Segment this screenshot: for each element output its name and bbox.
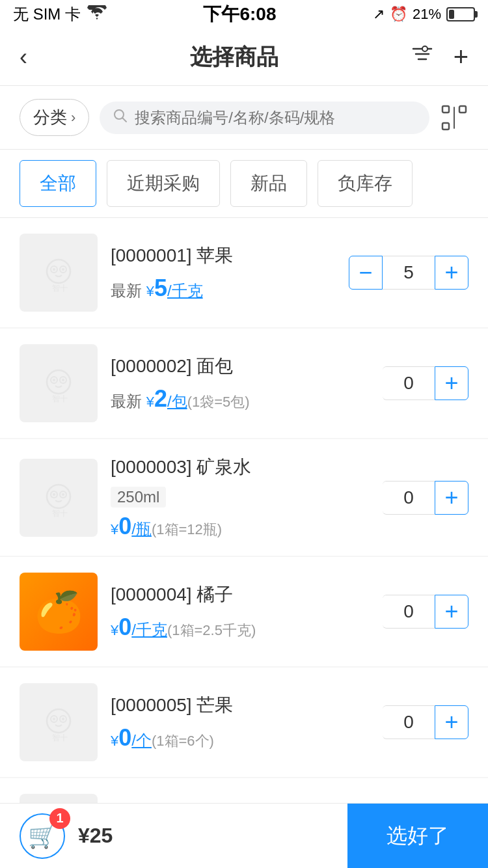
svg-rect-8	[442, 123, 449, 129]
owl-icon: 智十	[39, 478, 78, 517]
wifi-icon	[87, 5, 107, 23]
tab-negative-stock[interactable]: 负库存	[318, 160, 413, 207]
battery-icon	[446, 7, 475, 21]
quantity-input[interactable]	[383, 256, 435, 290]
increment-button[interactable]: +	[435, 256, 468, 290]
status-time: 下午6:08	[203, 2, 276, 27]
product-price: ¥0/个(1箱=6个)	[111, 724, 370, 752]
battery-percent: 21%	[413, 6, 441, 23]
product-name: [0000003] 矿泉水	[111, 455, 370, 480]
product-name: [0000005] 芒果	[111, 693, 370, 718]
scan-icon[interactable]	[440, 103, 468, 132]
bottom-bar: 🛒 1 ¥25 选好了	[0, 803, 488, 868]
product-info: [0000002] 面包 最新 ¥2/包(1袋=5包)	[111, 354, 370, 413]
list-item: 智十 [0000003] 矿泉水 250ml ¥0/瓶(1箱=12瓶) +	[0, 439, 488, 556]
svg-point-28	[47, 709, 70, 733]
nav-actions: +	[411, 42, 468, 72]
increment-button[interactable]: +	[435, 366, 468, 400]
svg-line-5	[123, 118, 127, 122]
product-info: [0000003] 矿泉水 250ml ¥0/瓶(1箱=12瓶)	[111, 455, 370, 540]
quantity-control: +	[383, 595, 468, 629]
cart-badge: 1	[49, 808, 70, 829]
alarm-icon: ⏰	[390, 6, 407, 23]
search-icon	[113, 108, 128, 128]
svg-text:智十: 智十	[52, 284, 68, 292]
product-image: 智十	[20, 234, 98, 312]
tab-recent[interactable]: 近期采购	[107, 160, 220, 207]
product-info: [0000004] 橘子 ¥0/千克(1箱=2.5千克)	[111, 582, 370, 641]
status-right: ↗ ⏰ 21%	[373, 6, 475, 23]
carrier-text: 无 SIM 卡	[13, 4, 81, 25]
status-bar: 无 SIM 卡 下午6:08 ↗ ⏰ 21%	[0, 0, 488, 29]
product-info: [0000005] 芒果 ¥0/个(1箱=6个)	[111, 693, 370, 752]
cart-icon-wrap[interactable]: 🛒 1	[20, 813, 65, 859]
filter-icon[interactable]	[411, 42, 434, 72]
product-info: [0000001] 苹果 最新 ¥5/千克	[111, 243, 336, 302]
quantity-input[interactable]	[383, 481, 435, 515]
product-spec: 250ml	[111, 487, 166, 508]
quantity-input[interactable]	[383, 595, 435, 629]
cart-section: 🛒 1 ¥25	[0, 813, 347, 859]
quantity-input[interactable]	[383, 705, 435, 739]
svg-point-3	[422, 46, 427, 51]
owl-icon: 智十	[39, 703, 78, 742]
product-name: [0000001] 苹果	[111, 243, 336, 268]
product-price: 最新 ¥2/包(1袋=5包)	[111, 385, 370, 413]
location-icon: ↗	[373, 6, 385, 23]
search-input-wrap	[100, 102, 429, 134]
svg-point-22	[47, 485, 70, 508]
product-price: ¥0/千克(1箱=2.5千克)	[111, 614, 370, 641]
category-button[interactable]: 分类 ›	[20, 99, 89, 136]
product-name: [0000002] 面包	[111, 354, 370, 379]
increment-button[interactable]: +	[435, 481, 468, 515]
tab-all[interactable]: 全部	[20, 160, 96, 207]
svg-point-19	[53, 379, 55, 381]
svg-rect-7	[459, 106, 466, 113]
product-image: 智十	[20, 683, 98, 761]
list-item: 🍊 [0000004] 橘子 ¥0/千克(1箱=2.5千克) +	[0, 557, 488, 666]
decrement-button[interactable]: −	[349, 256, 383, 290]
product-list: 智十 [0000001] 苹果 最新 ¥5/千克 − +	[0, 218, 488, 868]
increment-button[interactable]: +	[435, 705, 468, 739]
svg-text:智十: 智十	[52, 733, 68, 742]
owl-icon: 智十	[39, 364, 78, 403]
product-image: 🍊	[20, 573, 98, 651]
product-image: 智十	[20, 344, 98, 422]
svg-point-13	[53, 268, 55, 271]
search-input[interactable]	[135, 109, 416, 127]
add-icon[interactable]: +	[454, 42, 468, 72]
product-name: [0000004] 橘子	[111, 582, 370, 607]
quantity-control: − +	[349, 256, 468, 290]
chevron-icon: ›	[71, 109, 75, 126]
list-item: 智十 [0000002] 面包 最新 ¥2/包(1袋=5包) +	[0, 329, 488, 438]
quantity-control: +	[383, 705, 468, 739]
svg-point-31	[53, 718, 55, 720]
increment-button[interactable]: +	[435, 595, 468, 629]
cart-total: ¥25	[78, 824, 113, 848]
page-title: 选择商品	[190, 42, 278, 72]
nav-bar: ‹ 选择商品 +	[0, 29, 488, 86]
search-bar: 分类 ›	[0, 86, 488, 150]
svg-text:智十: 智十	[52, 509, 68, 517]
product-image: 智十	[20, 459, 98, 537]
svg-point-16	[47, 370, 70, 394]
status-left: 无 SIM 卡	[13, 4, 107, 25]
confirm-button[interactable]: 选好了	[347, 804, 488, 868]
owl-icon: 智十	[39, 253, 78, 292]
list-item: 智十 [0000001] 苹果 最新 ¥5/千克 − +	[0, 218, 488, 327]
product-price: ¥0/瓶(1箱=12瓶)	[111, 513, 370, 540]
svg-rect-6	[442, 106, 449, 113]
svg-point-32	[62, 718, 64, 720]
svg-point-20	[62, 379, 64, 381]
svg-point-10	[47, 260, 70, 283]
svg-point-14	[62, 268, 64, 271]
svg-point-26	[62, 493, 64, 496]
quantity-control: +	[383, 481, 468, 515]
list-item: 智十 [0000005] 芒果 ¥0/个(1箱=6个) +	[0, 668, 488, 777]
quantity-input[interactable]	[383, 366, 435, 400]
filter-tabs: 全部 近期采购 新品 负库存	[0, 150, 488, 218]
back-button[interactable]: ‹	[20, 44, 59, 71]
svg-point-25	[53, 493, 55, 496]
tab-new[interactable]: 新品	[230, 160, 307, 207]
svg-text:智十: 智十	[52, 394, 68, 403]
